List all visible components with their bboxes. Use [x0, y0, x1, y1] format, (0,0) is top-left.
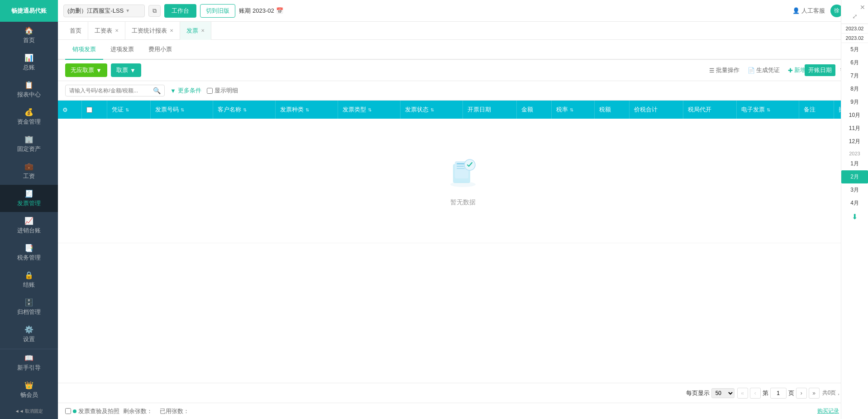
scroll-down-area[interactable]: ⬇ [841, 210, 868, 224]
tab-invoice[interactable]: 发票 ✕ [180, 22, 211, 40]
customer-service-button[interactable]: 👤 人工客服 [792, 7, 825, 15]
sidebar-item-archive[interactable]: 🗄️ 归档管理 [0, 294, 58, 321]
select-all-checkbox[interactable] [86, 107, 92, 113]
tab-payroll-report-close[interactable]: ✕ [170, 28, 173, 33]
sub-tab-purchase[interactable]: 进项发票 [103, 40, 141, 60]
period-month-11[interactable]: 11月 [841, 122, 868, 135]
tab-payroll-report[interactable]: 工资统计报表 ✕ [125, 22, 180, 40]
col-invoice-type[interactable]: 发票种类 ⇅ [275, 101, 338, 119]
tab-home[interactable]: 首页 [63, 22, 88, 40]
col-checkbox[interactable] [82, 101, 107, 119]
tax-icon: 📑 [24, 244, 33, 252]
sidebar-item-sales[interactable]: 📈 进销台账 [0, 212, 58, 239]
period-month-2[interactable]: 2月 [841, 170, 868, 183]
period-row-text-2: 2023.02 [843, 35, 866, 41]
sidebar-item-home[interactable]: 🏠 首页 [0, 22, 58, 49]
sub-tab-expense[interactable]: 费用小票 [141, 40, 179, 60]
col-tax-rate[interactable]: 税率 ⇅ [551, 101, 595, 119]
period-month-3[interactable]: 3月 [841, 183, 868, 197]
page-label: 第 [763, 389, 768, 397]
period-month-4[interactable]: 4月 [841, 197, 868, 210]
scroll-down-icon: ⬇ [852, 212, 858, 221]
col-e-invoice[interactable]: 电子发票 ⇅ [737, 101, 799, 119]
sort-customer-icon: ⇅ [243, 107, 247, 112]
col-customer[interactable]: 客户名称 ⇅ [213, 101, 275, 119]
no-tax-label: 无应取票 [71, 66, 94, 74]
more-filters-button[interactable]: ▼ 更多条件 [170, 87, 201, 95]
sidebar-item-close[interactable]: 🔒 结账 [0, 266, 58, 294]
last-page-button[interactable]: » [809, 388, 820, 399]
period-label: 账期 [239, 7, 251, 15]
no-tax-arrow: ▼ [96, 67, 102, 74]
close-books-icon: 🔒 [24, 271, 33, 279]
batch-op-button[interactable]: ☰ 批量操作 [706, 64, 742, 76]
period-month-7[interactable]: 7月 [841, 69, 868, 82]
generate-cert-button[interactable]: 📄 生成凭证 [745, 64, 782, 76]
open-period-button[interactable]: 开账日期 [805, 64, 835, 76]
take-ticket-button[interactable]: 取票 ▼ [111, 63, 141, 77]
switch-version-button[interactable]: 切到旧版 [200, 4, 235, 18]
sidebar-item-reports[interactable]: 📋 报表中心 [0, 76, 58, 103]
app-logo: 畅捷通易代账 [0, 0, 58, 22]
invoice-check-checkbox[interactable] [65, 408, 71, 414]
col-settings[interactable]: ⚙ [58, 101, 82, 119]
sidebar-item-assets[interactable]: 🏢 固定资产 [0, 130, 58, 158]
page-input[interactable] [770, 388, 787, 399]
search-input[interactable] [69, 87, 150, 94]
company-selector[interactable]: (勿删）江西服宝-LSS ▼ [63, 5, 145, 17]
page-size-select[interactable]: 10 20 50 100 [711, 388, 734, 398]
sidebar-item-pin[interactable]: ◄◄ 取消固定 [0, 404, 58, 419]
search-icon: 🔍 [153, 87, 161, 94]
tab-payroll[interactable]: 工资表 ✕ [88, 22, 125, 40]
invoice-table-container: ⚙ 凭证 ⇅ 发票号码 ⇅ 客户名称 ⇅ 发票种类 ⇅ 发票类型 ⇅ 发票状态 … [58, 101, 868, 383]
col-invoice-no[interactable]: 发票号码 ⇅ [150, 101, 213, 119]
col-invoice-status[interactable]: 发票状态 ⇅ [401, 101, 463, 119]
copy-company-button[interactable]: ⧉ [148, 5, 161, 17]
period-month-6[interactable]: 6月 [841, 56, 868, 69]
sidebar-item-ledger[interactable]: 📊 总账 [0, 49, 58, 76]
period-month-10[interactable]: 10月 [841, 109, 868, 122]
period-icon[interactable]: 📅 [276, 7, 283, 14]
sidebar-item-payroll[interactable]: 💼 工资 [0, 158, 58, 185]
sidebar-item-invoice[interactable]: 🧾 发票管理 [0, 185, 58, 212]
sales-icon: 📈 [24, 217, 33, 225]
main-content: (勿删）江西服宝-LSS ▼ ⧉ 工作台 切到旧版 账期 2023-02 📅 👤… [58, 0, 868, 419]
page-size-selector[interactable]: 每页显示 10 20 50 100 [686, 388, 734, 398]
col-invoice-category[interactable]: 发票类型 ⇅ [338, 101, 401, 119]
right-panel-close-button[interactable]: ✕ [859, 3, 866, 12]
period-month-12[interactable]: 12月 [841, 135, 868, 148]
sub-tab-sales[interactable]: 销项发票 [65, 40, 103, 60]
sidebar-item-settings[interactable]: ⚙️ 设置 [0, 321, 58, 348]
tab-payroll-close[interactable]: ✕ [115, 28, 119, 33]
invoice-check-toggle[interactable]: 发票查验及拍照 [65, 407, 119, 415]
workbench-button[interactable]: 工作台 [164, 4, 196, 18]
next-page-button[interactable]: › [796, 388, 807, 399]
batch-op-icon: ☰ [709, 67, 715, 74]
show-detail-checkbox[interactable] [207, 88, 213, 94]
toolbar-right: ☰ 批量操作 📄 生成凭证 ✚ 新增 ▶ 视频 ↻ 刷新 [706, 64, 861, 76]
right-panel-expand-button[interactable]: ⤢ [851, 12, 858, 21]
sidebar-item-guide[interactable]: 📖 新手引导 [0, 349, 58, 376]
period-month-8[interactable]: 8月 [841, 82, 868, 96]
tab-invoice-close[interactable]: ✕ [201, 28, 205, 33]
period-month-1[interactable]: 1月 [841, 157, 868, 170]
prev-page-button[interactable]: ‹ [750, 388, 761, 399]
period-month-5[interactable]: 5月 [841, 43, 868, 56]
sort-invoice-type-icon: ⇅ [305, 107, 309, 112]
purchase-record-link[interactable]: 购买记录 [817, 407, 839, 415]
search-box[interactable]: 🔍 [65, 85, 165, 96]
invoice-icon: 🧾 [24, 189, 33, 198]
settings-icon: ⚙️ [24, 325, 33, 334]
show-detail-toggle[interactable]: 显示明细 [207, 87, 238, 95]
col-voucher[interactable]: 凭证 ⇅ [107, 101, 150, 119]
sidebar-item-payroll-label: 工资 [23, 172, 35, 180]
period-month-9[interactable]: 9月 [841, 96, 868, 109]
period-row-2023-02-top[interactable]: 2023.02 [841, 24, 868, 34]
no-tax-button[interactable]: 无应取票 ▼ [65, 63, 107, 77]
period-row-2023-02-2[interactable]: 2023.02 [841, 34, 868, 43]
sidebar-item-funds[interactable]: 💰 资金管理 [0, 103, 58, 130]
sidebar-item-tax[interactable]: 📑 税务管理 [0, 239, 58, 266]
first-page-button[interactable]: « [737, 388, 748, 399]
sidebar-item-member[interactable]: 👑 畅会员 [0, 376, 58, 404]
filter-bar: 🔍 ▼ 更多条件 显示明细 [58, 81, 868, 101]
